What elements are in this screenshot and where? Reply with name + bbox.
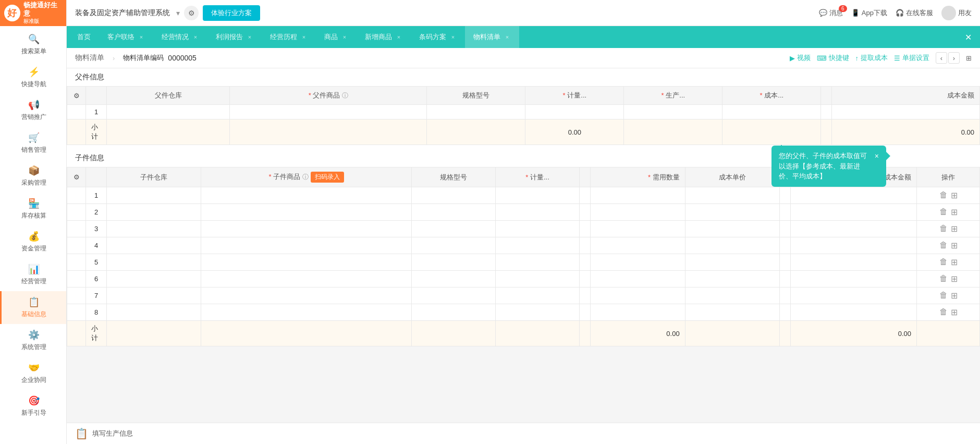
child-row-cost-unit-price[interactable] <box>685 304 779 321</box>
child-row-cost-unit-price[interactable] <box>685 254 779 271</box>
child-row-warehouse[interactable] <box>107 304 201 321</box>
tab-biz-close[interactable]: × <box>300 33 308 41</box>
tooltip-close-button[interactable]: × <box>875 151 879 162</box>
delete-icon[interactable]: 🗑 <box>939 207 948 217</box>
prev-record-button[interactable]: ‹ <box>936 52 947 64</box>
tab-new-product[interactable]: 新增商品 × <box>357 26 411 48</box>
child-row-cost-unit-price[interactable] <box>685 221 779 237</box>
breadcrumb-bom[interactable]: 物料清单 <box>75 53 104 63</box>
sidebar-item-guide[interactable]: 🎯 新手引导 <box>0 390 66 423</box>
child-row-required-qty[interactable] <box>591 204 685 221</box>
tab-barcode[interactable]: 条码方案 × <box>411 26 465 48</box>
child-info-icon[interactable]: ⓘ <box>302 173 309 181</box>
tab-barcode-close[interactable]: × <box>449 33 457 41</box>
copy-icon[interactable]: ⊞ <box>951 190 958 200</box>
child-row-warehouse[interactable] <box>107 254 201 271</box>
child-row-spec[interactable] <box>411 237 495 254</box>
trial-button[interactable]: 体验行业方案 <box>203 5 260 21</box>
sidebar-item-sales[interactable]: 🛒 销售管理 <box>0 127 66 160</box>
copy-icon[interactable]: ⊞ <box>951 257 958 267</box>
child-row-required-qty[interactable] <box>591 287 685 304</box>
child-row-spec[interactable] <box>411 254 495 271</box>
sidebar-item-quick-nav[interactable]: ⚡ 快捷导航 <box>0 61 66 94</box>
child-row-product[interactable] <box>201 221 411 237</box>
child-row-cost-unit-price[interactable] <box>685 237 779 254</box>
app-download-button[interactable]: 📱 App下载 <box>851 8 887 18</box>
extract-cost-action[interactable]: ↑ 提取成本 <box>855 53 888 63</box>
child-row-required-qty[interactable] <box>591 221 685 237</box>
info-icon[interactable]: ⓘ <box>342 92 348 99</box>
child-row-unit[interactable] <box>495 187 579 204</box>
child-row-cost-unit-price[interactable] <box>685 187 779 204</box>
child-row-cost-unit-price[interactable] <box>685 287 779 304</box>
delete-icon[interactable]: 🗑 <box>939 224 948 234</box>
tab-operations-close[interactable]: × <box>192 33 199 41</box>
delete-icon[interactable]: 🗑 <box>939 241 948 250</box>
child-row-unit[interactable] <box>495 237 579 254</box>
delete-icon[interactable]: 🗑 <box>939 190 948 200</box>
sidebar-item-operations-mgmt[interactable]: 📊 经营管理 <box>0 258 66 291</box>
child-row-spec[interactable] <box>411 187 495 204</box>
grid-view-button[interactable]: ⊞ <box>966 54 972 62</box>
child-row-product[interactable] <box>201 237 411 254</box>
sidebar-item-system[interactable]: ⚙️ 系统管理 <box>0 324 66 357</box>
child-row-product[interactable] <box>201 254 411 271</box>
child-row-cost-unit-price[interactable] <box>685 204 779 221</box>
child-row-warehouse[interactable] <box>107 237 201 254</box>
child-row-spec[interactable] <box>411 271 495 287</box>
child-row-spec[interactable] <box>411 221 495 237</box>
copy-icon[interactable]: ⊞ <box>951 224 958 234</box>
parent-row-product[interactable] <box>230 105 427 119</box>
tab-new-product-close[interactable]: × <box>395 33 402 41</box>
child-row-product[interactable] <box>201 187 411 204</box>
parent-row-warehouse[interactable] <box>107 105 230 119</box>
child-row-product[interactable] <box>201 204 411 221</box>
copy-icon[interactable]: ⊞ <box>951 307 958 317</box>
copy-icon[interactable]: ⊞ <box>951 274 958 284</box>
copy-icon[interactable]: ⊞ <box>951 291 958 301</box>
child-row-product[interactable] <box>201 287 411 304</box>
close-all-tabs-button[interactable]: ✕ <box>959 32 978 42</box>
child-row-spec[interactable] <box>411 304 495 321</box>
child-row-required-qty[interactable] <box>591 271 685 287</box>
tab-bom-close[interactable]: × <box>504 33 511 41</box>
shortcut-action[interactable]: ⌨ 快捷键 <box>817 53 849 63</box>
settings-button[interactable]: ⚙ <box>184 6 199 20</box>
child-row-warehouse[interactable] <box>107 187 201 204</box>
parent-row-production[interactable] <box>624 105 722 119</box>
sidebar-item-purchase[interactable]: 📦 采购管理 <box>0 160 66 193</box>
child-row-warehouse[interactable] <box>107 221 201 237</box>
tab-customers-close[interactable]: × <box>138 33 145 41</box>
child-row-product[interactable] <box>201 271 411 287</box>
tab-operations[interactable]: 经营情况 × <box>153 26 207 48</box>
copy-icon[interactable]: ⊞ <box>951 241 958 250</box>
child-row-warehouse[interactable] <box>107 204 201 221</box>
child-row-required-qty[interactable] <box>591 187 685 204</box>
sidebar-item-marketing[interactable]: 📢 营销推广 <box>0 94 66 127</box>
child-row-required-qty[interactable] <box>591 237 685 254</box>
sidebar-item-search[interactable]: 🔍 搜索菜单 <box>0 28 66 61</box>
tab-products[interactable]: 商品 × <box>316 26 357 48</box>
child-row-required-qty[interactable] <box>591 254 685 271</box>
child-row-spec[interactable] <box>411 287 495 304</box>
tab-customers[interactable]: 客户联络 × <box>99 26 153 48</box>
sidebar-item-basic-info[interactable]: 📋 基础信息 <box>0 291 66 324</box>
child-row-unit[interactable] <box>495 287 579 304</box>
parent-row-unit[interactable] <box>525 105 624 119</box>
single-setup-action[interactable]: ☰ 单据设置 <box>894 53 929 63</box>
tab-home[interactable]: 首页 <box>69 26 99 48</box>
child-row-unit[interactable] <box>495 271 579 287</box>
tab-products-close[interactable]: × <box>341 33 348 41</box>
user-menu-button[interactable]: 用友 <box>941 6 972 20</box>
child-row-unit[interactable] <box>495 221 579 237</box>
tab-profit-close[interactable]: × <box>246 33 253 41</box>
tab-biz-process[interactable]: 经营历程 × <box>262 26 316 48</box>
delete-icon[interactable]: 🗑 <box>939 291 948 301</box>
child-row-spec[interactable] <box>411 204 495 221</box>
child-row-warehouse[interactable] <box>107 287 201 304</box>
delete-icon[interactable]: 🗑 <box>939 274 948 284</box>
tab-profit-report[interactable]: 利润报告 × <box>207 26 262 48</box>
child-row-unit[interactable] <box>495 204 579 221</box>
child-row-cost-unit-price[interactable] <box>685 271 779 287</box>
messages-button[interactable]: 💬 消息 6 <box>819 8 843 18</box>
